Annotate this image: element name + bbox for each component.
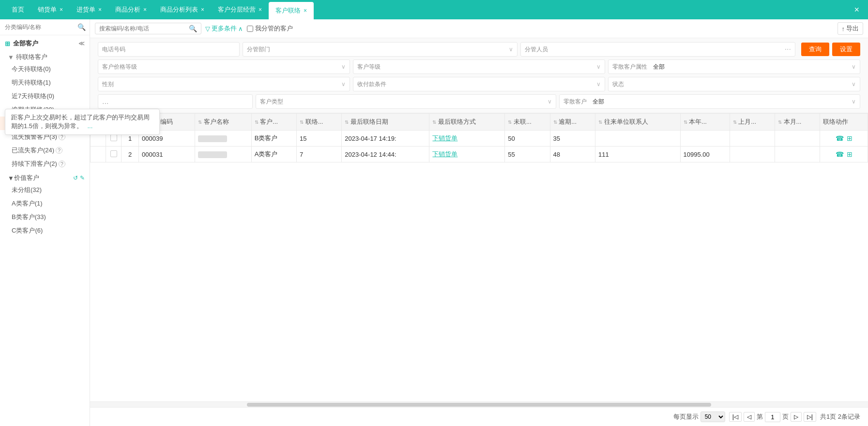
filter-phone[interactable]: 电话号码 bbox=[98, 42, 240, 57]
sidebar-search-input[interactable] bbox=[5, 24, 77, 30]
sidebar-pending-group[interactable]: ▼ 待联络客户 bbox=[0, 50, 90, 62]
advanced-filters: 电话号码 分管部门 ∨ 分管人员 ··· 查询 设置 bbox=[90, 38, 868, 113]
sidebar-item-tomorrow-pending[interactable]: 明天待联络(1) bbox=[0, 76, 90, 89]
sidebar-value-group[interactable]: ▼ 价值客户 ↺ ✎ bbox=[0, 171, 90, 183]
row-actions: ☎ ⊞ bbox=[820, 147, 868, 162]
sidebar-search-icon[interactable]: 🔍 bbox=[77, 23, 86, 31]
sidebar-collapse-btn[interactable]: ≪ bbox=[78, 40, 85, 47]
sidebar-search-box: 🔍 bbox=[0, 19, 90, 35]
main-search-icon[interactable]: 🔍 bbox=[189, 25, 197, 32]
tooltip-more-link[interactable]: ... bbox=[87, 122, 90, 130]
action-more-icon[interactable]: ⊞ bbox=[847, 150, 853, 158]
sidebar-item-today-pending[interactable]: 今天待联络(0) bbox=[0, 62, 90, 76]
row-actions: ☎ ⊞ bbox=[820, 131, 868, 147]
nav-product-analysis[interactable]: 商品分析 × bbox=[108, 0, 153, 19]
filter-gender[interactable]: 性别 ∨ bbox=[98, 77, 350, 91]
settings-button[interactable]: 设置 bbox=[832, 43, 860, 56]
query-button[interactable]: 查询 bbox=[801, 43, 829, 56]
sidebar-all-customers[interactable]: ⊞ 全部客户 ≪ bbox=[0, 35, 90, 50]
nav-close-customer-contact[interactable]: × bbox=[304, 7, 307, 14]
row-checkbox[interactable] bbox=[110, 134, 117, 141]
nav-close-product-analysis-list[interactable]: × bbox=[201, 6, 204, 13]
sort-icon-contact: ⇅ bbox=[300, 119, 304, 125]
churned-help-icon[interactable]: ? bbox=[56, 147, 62, 154]
export-btn[interactable]: ↑ 导出 bbox=[838, 22, 864, 35]
filter-customer-level[interactable]: 客户等级 ∨ bbox=[353, 59, 605, 74]
sidebar-item-class-b[interactable]: B类客户(33) bbox=[0, 210, 90, 224]
th-last-contact-method[interactable]: ⇅ 最后联络方式 bbox=[429, 114, 505, 131]
main-search-input[interactable] bbox=[99, 25, 189, 32]
sidebar-item-class-c[interactable]: C类客户(6) bbox=[0, 224, 90, 237]
sidebar-item-declining[interactable]: 持续下滑客户(2) ? bbox=[0, 157, 90, 171]
action-contact-icon[interactable]: ☎ bbox=[836, 134, 844, 142]
nav-close-sales-order[interactable]: × bbox=[60, 6, 63, 13]
value-group-arrow-icon: ▼ bbox=[8, 175, 14, 182]
filter-manager[interactable]: 分管人员 ··· bbox=[520, 42, 795, 57]
search-box: 🔍 bbox=[95, 23, 201, 34]
nav-close-product-analysis[interactable]: × bbox=[143, 6, 147, 13]
first-page-btn[interactable]: |◁ bbox=[729, 412, 742, 422]
my-customer-checkbox[interactable] bbox=[247, 26, 253, 32]
nav-close-purchase-order[interactable]: × bbox=[98, 6, 102, 13]
nav-sales-order[interactable]: 销货单 × bbox=[31, 0, 70, 19]
horizontal-scrollbar[interactable] bbox=[90, 401, 868, 407]
row-last-contact-method[interactable]: 下销货单 bbox=[429, 131, 505, 147]
th-last-month[interactable]: ⇅ 上月... bbox=[730, 114, 775, 131]
row-check[interactable] bbox=[106, 147, 122, 162]
action-more-icon[interactable]: ⊞ bbox=[847, 134, 853, 142]
filter-status[interactable]: 状态 ∨ bbox=[608, 77, 860, 91]
row-customer-type: A类客户 bbox=[251, 147, 296, 162]
filter-payment[interactable]: 收付款条件 ∨ bbox=[353, 77, 605, 91]
sidebar-item-7day-pending[interactable]: 近7天待联络(0) bbox=[0, 89, 90, 103]
row-code: 000031 bbox=[139, 147, 195, 162]
per-page-select[interactable]: 50 100 200 bbox=[700, 411, 725, 422]
filter-dept[interactable]: 分管部门 ∨ bbox=[243, 42, 518, 57]
th-unit-contacts[interactable]: ⇅ 往来单位联系人 bbox=[595, 114, 680, 131]
filter-price-level[interactable]: 客户价格等级 ∨ bbox=[98, 59, 350, 74]
window-close-button[interactable]: × bbox=[850, 5, 863, 15]
manager-input[interactable] bbox=[551, 46, 782, 53]
filter-bar: 🔍 ▽ 更多条件 ∧ 我分管的客户 ↑ 导出 bbox=[90, 19, 868, 38]
table-row: 2 000031 A类客户 7 2023-04-12 14:44: 下销货单 5… bbox=[91, 147, 868, 162]
th-this-month[interactable]: ⇅ 本月... bbox=[775, 114, 820, 131]
nav-close-customer-segment[interactable]: × bbox=[259, 6, 262, 13]
contact-method-link[interactable]: 下销货单 bbox=[432, 134, 457, 142]
filter-customer-type[interactable]: 客户类型 ∨ bbox=[256, 94, 557, 109]
th-unpaid[interactable]: ⇅ 未联... bbox=[505, 114, 550, 131]
phone-input[interactable] bbox=[128, 46, 235, 53]
filter-retail-attr[interactable]: 零散客户属性 全部 ∨ bbox=[608, 59, 860, 74]
nav-customer-segment[interactable]: 客户分层经营 × bbox=[211, 0, 269, 19]
sidebar-item-churned[interactable]: 已流失客户(24) ? bbox=[0, 144, 90, 157]
manager-dots-icon[interactable]: ··· bbox=[785, 45, 791, 54]
th-customer-type[interactable]: ⇅ 客户... bbox=[251, 114, 296, 131]
more-filters-btn[interactable]: ▽ 更多条件 ∧ bbox=[205, 24, 243, 33]
next-page-btn[interactable]: ▷ bbox=[791, 412, 802, 422]
th-contact-count[interactable]: ⇅ 联络... bbox=[297, 114, 342, 131]
last-page-btn[interactable]: ▷| bbox=[804, 412, 816, 422]
sidebar-item-unclassified[interactable]: 未分组(32) bbox=[0, 183, 90, 197]
th-last-contact-date[interactable]: ⇅ 最后联络日期 bbox=[342, 114, 429, 131]
nav-purchase-order[interactable]: 进货单 × bbox=[70, 0, 108, 19]
value-group-refresh-icon[interactable]: ↺ bbox=[73, 175, 78, 181]
scrollbar-thumb[interactable] bbox=[247, 403, 711, 407]
th-overdue[interactable]: ⇅ 逾期... bbox=[550, 114, 595, 131]
nav-product-analysis-list[interactable]: 商品分析列表 × bbox=[153, 0, 211, 19]
th-this-year[interactable]: ⇅ 本年... bbox=[680, 114, 730, 131]
sidebar-item-class-a[interactable]: A类客户(1) bbox=[0, 197, 90, 210]
nav-customer-contact[interactable]: 客户联络 × bbox=[269, 2, 314, 19]
dept-input[interactable] bbox=[273, 46, 506, 53]
page-number-input[interactable] bbox=[765, 412, 780, 422]
row-unpaid: 55 bbox=[505, 147, 550, 162]
row-checkbox[interactable] bbox=[110, 150, 117, 157]
th-customer-name[interactable]: ⇅ 客户名称 bbox=[195, 114, 251, 131]
row-last-contact-method[interactable]: 下销货单 bbox=[429, 147, 505, 162]
action-contact-icon[interactable]: ☎ bbox=[836, 150, 844, 158]
value-group-edit-icon[interactable]: ✎ bbox=[80, 175, 85, 181]
declining-help-icon[interactable]: ? bbox=[59, 161, 65, 167]
filter-dots3[interactable]: ... bbox=[98, 94, 253, 109]
filter-retail-customer[interactable]: 零散客户 全部 ∨ bbox=[559, 94, 860, 109]
contact-method-link[interactable]: 下销货单 bbox=[432, 150, 457, 158]
nav-home[interactable]: 首页 bbox=[5, 0, 31, 19]
prev-page-btn[interactable]: ◁ bbox=[744, 412, 755, 422]
my-customer-checkbox-wrapper[interactable]: 我分管的客户 bbox=[247, 24, 293, 33]
